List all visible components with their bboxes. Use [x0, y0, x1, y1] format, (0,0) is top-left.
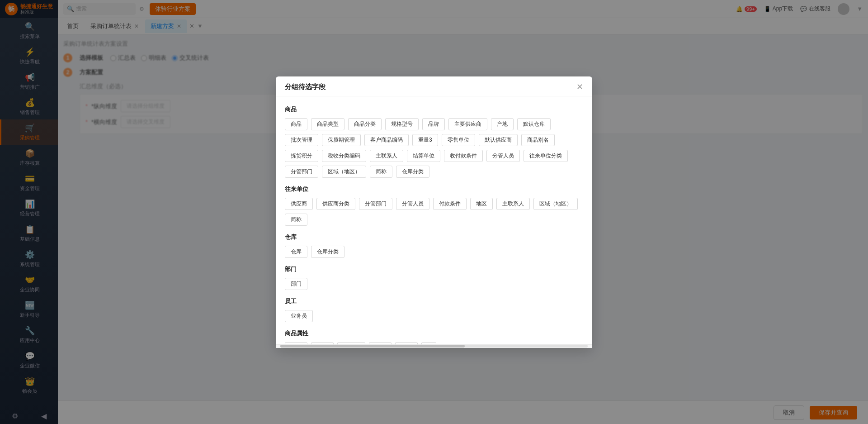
field-tag-0-8[interactable]: 批次管理 — [285, 134, 318, 146]
field-tag-0-20[interactable]: 分管人员 — [486, 150, 520, 162]
field-tag-1-4[interactable]: 付款条件 — [433, 198, 467, 210]
modal-footer-scrollbar[interactable] — [276, 344, 592, 348]
field-tag-0-13[interactable]: 默认供应商 — [479, 134, 518, 146]
field-tag-0-18[interactable]: 结算单位 — [407, 150, 440, 162]
field-tag-0-4[interactable]: 品牌 — [422, 118, 445, 130]
field-grid-3: 部门 — [285, 278, 583, 290]
section-title-5: 商品属性 — [285, 329, 583, 338]
field-tag-1-0[interactable]: 供应商 — [285, 198, 313, 210]
field-tag-1-7[interactable]: 区域（地区） — [533, 198, 578, 210]
modal-title: 分组待选字段 — [285, 83, 326, 91]
field-tag-0-7[interactable]: 默认仓库 — [517, 118, 551, 130]
field-tag-0-17[interactable]: 主联系人 — [370, 150, 403, 162]
field-tag-0-22[interactable]: 分管部门 — [285, 166, 318, 178]
field-tag-1-5[interactable]: 地区 — [470, 198, 493, 210]
modal-close-btn[interactable]: ✕ — [576, 83, 583, 91]
field-tag-1-1[interactable]: 供应商分类 — [316, 198, 355, 210]
field-tag-0-2[interactable]: 商品分类 — [348, 118, 382, 130]
field-tag-2-1[interactable]: 仓库分类 — [311, 246, 344, 258]
field-tag-0-23[interactable]: 区域（地区） — [322, 166, 366, 178]
field-tag-0-19[interactable]: 收付款条件 — [444, 150, 483, 162]
field-grid-0: 商品商品类型商品分类规格型号品牌主要供应商产地默认仓库批次管理保质期管理客户商品… — [285, 118, 583, 178]
field-tag-2-0[interactable]: 仓库 — [285, 246, 307, 258]
modal-header: 分组待选字段 ✕ — [276, 76, 592, 96]
field-tag-0-5[interactable]: 主要供应商 — [448, 118, 487, 130]
field-tag-1-2[interactable]: 分管部门 — [359, 198, 392, 210]
field-tag-0-12[interactable]: 零售单位 — [442, 134, 475, 146]
field-tag-0-16[interactable]: 税收分类编码 — [322, 150, 366, 162]
field-tag-0-1[interactable]: 商品类型 — [311, 118, 344, 130]
section-title-3: 部门 — [285, 265, 583, 273]
field-grid-4: 业务员 — [285, 310, 583, 322]
modal-body: 商品商品商品类型商品分类规格型号品牌主要供应商产地默认仓库批次管理保质期管理客户… — [276, 96, 592, 344]
field-tag-0-21[interactable]: 往来单位分类 — [524, 150, 568, 162]
field-tag-0-10[interactable]: 客户商品编码 — [364, 134, 409, 146]
section-title-2: 仓库 — [285, 233, 583, 241]
field-tag-0-25[interactable]: 仓库分类 — [396, 166, 429, 178]
field-tag-0-6[interactable]: 产地 — [491, 118, 514, 130]
horizontal-scrollbar[interactable] — [280, 345, 588, 348]
section-title-4: 员工 — [285, 297, 583, 305]
field-tag-0-15[interactable]: 拣货积分 — [285, 150, 318, 162]
field-tag-0-0[interactable]: 商品 — [285, 118, 307, 130]
field-grid-1: 供应商供应商分类分管部门分管人员付款条件地区主联系人区域（地区）简称 — [285, 198, 583, 226]
scroll-thumb — [280, 345, 465, 348]
field-tag-0-24[interactable]: 简称 — [370, 166, 392, 178]
field-tag-0-11[interactable]: 重量3 — [412, 134, 438, 146]
field-tag-0-3[interactable]: 规格型号 — [385, 118, 419, 130]
field-tag-4-0[interactable]: 业务员 — [285, 310, 313, 322]
modal-overlay: 分组待选字段 ✕ 商品商品商品类型商品分类规格型号品牌主要供应商产地默认仓库批次… — [0, 0, 868, 424]
section-title-1: 往来单位 — [285, 185, 583, 193]
field-tag-1-6[interactable]: 主联系人 — [496, 198, 530, 210]
field-tag-1-3[interactable]: 分管人员 — [396, 198, 429, 210]
modal-dialog: 分组待选字段 ✕ 商品商品商品类型商品分类规格型号品牌主要供应商产地默认仓库批次… — [276, 76, 592, 348]
section-title-0: 商品 — [285, 105, 583, 114]
field-tag-0-14[interactable]: 商品别名 — [521, 134, 555, 146]
field-tag-1-8[interactable]: 简称 — [285, 214, 307, 226]
field-tag-0-9[interactable]: 保质期管理 — [322, 134, 361, 146]
field-tag-3-0[interactable]: 部门 — [285, 278, 307, 290]
field-grid-2: 仓库仓库分类 — [285, 246, 583, 258]
